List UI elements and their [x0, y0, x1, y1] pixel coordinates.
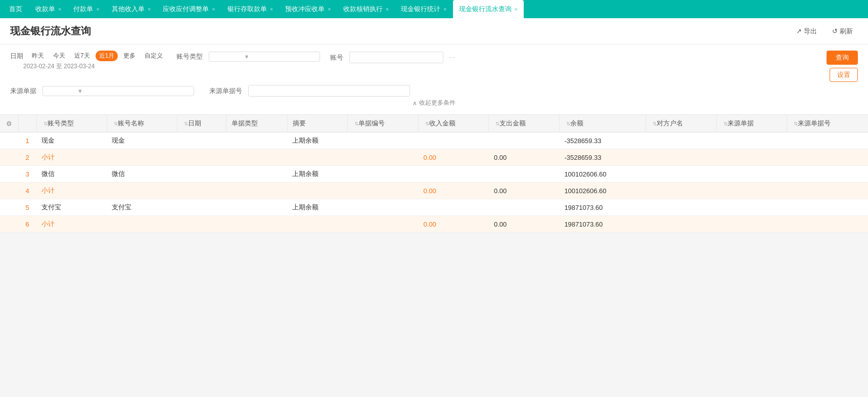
row-summary: 上期余额 — [287, 166, 348, 183]
account-type-filter-group: 账号类型 ▼ — [176, 52, 320, 62]
account-input[interactable] — [349, 52, 443, 63]
account-label: 账号 — [330, 53, 343, 62]
row-income — [418, 133, 488, 149]
date-opt-today[interactable]: 今天 — [50, 51, 69, 61]
row-no: 1 — [18, 133, 36, 149]
row-source-doc — [716, 133, 787, 149]
nav-tab-xianjinyinhang[interactable]: 现金银行统计 × — [395, 0, 452, 18]
column-balance[interactable]: ⇅余额 — [559, 115, 646, 133]
settings-button[interactable]: 设置 — [830, 68, 858, 82]
row-account-name: 微信 — [107, 166, 177, 183]
row-source-doc-no — [787, 149, 868, 166]
nav-tab-qitashouru[interactable]: 其他收入单 × — [106, 0, 157, 18]
row-income: 0.00 — [418, 216, 488, 233]
chevron-down-icon: ▼ — [77, 88, 83, 94]
close-icon[interactable]: × — [148, 6, 151, 12]
row-account-name: 支付宝 — [107, 199, 177, 216]
source-doc-no-label: 来源单据号 — [209, 86, 242, 96]
column-account-name[interactable]: ⇅账号名称 — [107, 115, 177, 133]
column-doc-no[interactable]: ⇅单据编号 — [348, 115, 418, 133]
source-doc-no-input[interactable] — [248, 85, 410, 97]
column-source-doc[interactable]: ⇅来源单据 — [716, 115, 787, 133]
nav-tab-fukuan[interactable]: 付款单 × — [67, 0, 105, 18]
row-account-type: 支付宝 — [36, 199, 107, 216]
close-icon[interactable]: × — [270, 6, 273, 12]
nav-tab-yingshouyingfu[interactable]: 应收应付调整单 × — [157, 0, 221, 18]
nav-home[interactable]: 首页 — [2, 0, 29, 18]
nav-tab-shoukuanhexiao[interactable]: 收款核销执行 × — [337, 0, 395, 18]
column-no — [18, 115, 36, 133]
date-opt-yesterday[interactable]: 昨天 — [28, 51, 48, 61]
sort-icon: ⇅ — [114, 121, 118, 126]
row-account-type: 小计 — [36, 216, 107, 233]
row-source-doc-no — [787, 133, 868, 149]
column-account-type[interactable]: ⇅账号类型 — [36, 115, 107, 133]
refresh-button[interactable]: ↺ 刷新 — [827, 25, 858, 38]
date-opt-more[interactable]: 更多 — [120, 51, 139, 61]
row-summary — [287, 183, 348, 199]
row-date — [177, 133, 226, 149]
close-icon[interactable]: × — [96, 6, 99, 12]
close-icon[interactable]: × — [443, 6, 446, 12]
row-expense: 0.00 — [489, 183, 559, 199]
nav-tab-yinhangcunqu[interactable]: 银行存取款单 × — [221, 0, 279, 18]
column-date[interactable]: ⇅日期 — [177, 115, 226, 133]
nav-tab-liushui[interactable]: 现金银行流水查询 × — [453, 0, 524, 18]
row-gear — [0, 199, 18, 216]
close-icon[interactable]: × — [212, 6, 215, 12]
row-account-type: 现金 — [36, 133, 107, 149]
table-row: 2小计0.000.00-3528659.33 — [0, 149, 868, 166]
row-gear — [0, 149, 18, 166]
table-row: 3微信微信上期余额100102606.60 — [0, 166, 868, 183]
row-balance: -3528659.33 — [559, 149, 646, 166]
column-income[interactable]: ⇅收入金额 — [418, 115, 488, 133]
table-row: 1现金现金上期余额-3528659.33 — [0, 133, 868, 149]
sort-icon: ⇅ — [184, 121, 188, 126]
close-icon[interactable]: × — [515, 6, 518, 12]
table-header-row: ⚙ ⇅账号类型 ⇅账号名称 ⇅日期 单据类型 摘要 ⇅单据编号 ⇅收入金额 — [0, 115, 868, 133]
top-nav: 首页 收款单 × 付款单 × 其他收入单 × 应收应付调整单 × 银行存取款单 … — [0, 0, 868, 18]
row-balance: 100102606.60 — [559, 183, 646, 199]
row-summary — [287, 216, 348, 233]
column-counterpart[interactable]: ⇅对方户名 — [646, 115, 716, 133]
sort-icon: ⇅ — [723, 121, 727, 126]
date-filter-block: 日期 昨天 今天 近7天 近1月 更多 自定义 2023-02-24 至 202… — [10, 51, 166, 71]
nav-tab-shoukuan[interactable]: 收款单 × — [29, 0, 67, 18]
date-opt-7days[interactable]: 近7天 — [71, 51, 94, 61]
row-source-doc — [716, 183, 787, 199]
row-no: 6 — [18, 216, 36, 233]
row-doc-type — [226, 166, 287, 183]
source-doc-select[interactable]: ▼ — [42, 86, 194, 96]
header-actions: ↗ 导出 ↺ 刷新 — [791, 25, 858, 38]
row-date — [177, 199, 226, 216]
column-source-doc-no[interactable]: ⇅来源单据号 — [787, 115, 868, 133]
account-type-select[interactable]: ▼ — [209, 52, 320, 62]
row-balance: -3528659.33 — [559, 133, 646, 149]
row-date — [177, 149, 226, 166]
close-icon[interactable]: × — [386, 6, 389, 12]
close-icon[interactable]: × — [328, 6, 331, 12]
filter-area: 日期 昨天 今天 近7天 近1月 更多 自定义 2023-02-24 至 202… — [0, 45, 868, 115]
date-opt-1month[interactable]: 近1月 — [96, 51, 118, 61]
column-gear[interactable]: ⚙ — [0, 115, 18, 133]
row-gear — [0, 216, 18, 233]
source-doc-filter-group: 来源单据 ▼ — [10, 86, 194, 96]
more-dots-icon[interactable]: ··· — [446, 53, 457, 62]
nav-tab-yushou[interactable]: 预收冲应收单 × — [279, 0, 337, 18]
row-income: 0.00 — [418, 183, 488, 199]
close-icon[interactable]: × — [58, 6, 61, 12]
export-button[interactable]: ↗ 导出 — [791, 25, 822, 38]
query-button[interactable]: 查询 — [827, 51, 858, 65]
row-income — [418, 166, 488, 183]
column-expense[interactable]: ⇅支出金额 — [489, 115, 559, 133]
sort-icon: ⇅ — [794, 121, 798, 126]
account-filter-group: 账号 ··· — [330, 52, 457, 63]
table-row: 6小计0.000.0019871073.60 — [0, 216, 868, 233]
row-gear — [0, 183, 18, 199]
row-summary: 上期余额 — [287, 199, 348, 216]
date-opt-custom[interactable]: 自定义 — [141, 51, 166, 61]
collapse-bar[interactable]: ∧ 收起更多条件 — [10, 97, 858, 111]
row-gear — [0, 166, 18, 183]
source-doc-label: 来源单据 — [10, 86, 36, 96]
row-counterpart — [646, 133, 716, 149]
